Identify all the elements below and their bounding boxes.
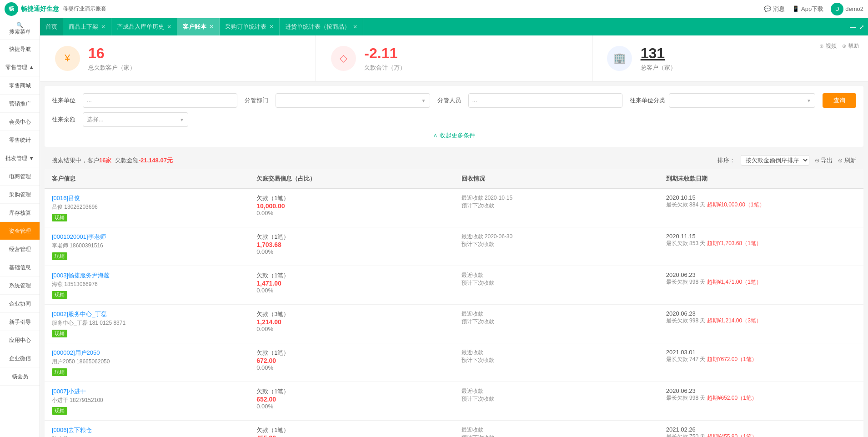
tab-customer-account[interactable]: 客户账本 ✕ (177, 18, 220, 35)
td-recover-0: 最近收款 2020-10-15 预计下次收款 (454, 189, 659, 227)
video-btn[interactable]: ⊙ 视频 (819, 42, 836, 50)
tab-minimize-btn[interactable]: — (850, 24, 856, 30)
filter-dept: 分管部门 (245, 93, 430, 108)
tab-purchase-stats[interactable]: 采购订单统计表 ✕ (220, 18, 280, 35)
filter-unit-class-select[interactable] (669, 93, 815, 108)
sidebar-item-basic-info[interactable]: 基础信息 (0, 258, 40, 276)
query-button[interactable]: 查询 (823, 93, 856, 108)
sidebar-item-retail-mall[interactable]: 零售商城 (0, 76, 40, 95)
tab-home[interactable]: 首页 (40, 18, 63, 35)
demo-name: 母婴行业演示账套 (63, 5, 106, 13)
app-download-btn[interactable]: 📱 App下载 (792, 5, 823, 13)
sidebar-item-app-center[interactable]: 应用中心 (0, 331, 40, 349)
message-btn[interactable]: 💬 消息 (764, 5, 785, 13)
tab-actions: — ⤢ (846, 24, 868, 30)
customer-name-3[interactable]: [0002]服务中心_丁磊 (52, 310, 242, 318)
tab-close-product-listing[interactable]: ✕ (101, 24, 105, 30)
sidebar-item-member[interactable]: 会员中心 (0, 113, 40, 131)
total-customers-number: 131 (641, 45, 676, 62)
filter-balance-label: 往来余额 (52, 116, 79, 124)
filter-balance-select[interactable]: 选择... (83, 112, 188, 127)
td-owe-2: 欠款（1笔） 1,471.00 0.00% (249, 266, 454, 304)
summary-card-3: 🏢 131 总客户（家） ⊙ 视频 ⊙ 帮助 (592, 35, 868, 81)
result-bar: 搜索结果中，客户16家 欠款金额-21,148.07元 排序： 按欠款金额倒序排… (45, 151, 863, 169)
customer-sub-5: 小进干 18279152100 (52, 397, 242, 404)
filter-person-input[interactable]: ··· (468, 93, 623, 108)
sort-select[interactable]: 按欠款金额倒序排序 (741, 155, 809, 166)
sidebar-item-newbie[interactable]: 新手引导 (0, 313, 40, 331)
sidebar-item-enterprise[interactable]: 企业协同 (0, 295, 40, 313)
sidebar-item-retail-stats[interactable]: 零售统计 (0, 131, 40, 149)
tab-maximize-btn[interactable]: ⤢ (859, 24, 864, 30)
sidebar-item-retail-mgmt[interactable]: 零售管理 ▲ (0, 58, 40, 76)
sidebar-item-marketing[interactable]: 营销推广 (0, 95, 40, 113)
overdue-link-0[interactable]: 超期¥10,000.00（1笔） (707, 201, 765, 208)
overdue-link-6[interactable]: 超期¥455.90（1笔） (707, 433, 757, 437)
filter-dept-select[interactable] (276, 93, 430, 108)
user-area[interactable]: D demo2 (831, 3, 863, 15)
td-due-5: 2020.06.23 最长欠款 998 天 超期¥652.00（1笔） (659, 382, 863, 420)
td-due-0: 2020.10.15 最长欠款 884 天 超期¥10,000.00（1笔） (659, 189, 863, 227)
sidebar-search-label: 搜索菜单 (4, 28, 36, 36)
sidebar-item-finance[interactable]: 资金管理 (0, 222, 40, 240)
td-due-3: 2020.06.23 最长欠款 998 天 超期¥1,214.00（3笔） (659, 305, 863, 343)
export-btn[interactable]: ⊙ 导出 (815, 156, 833, 165)
right-panel: 首页 商品上下架 ✕ 产成品入库单历史 ✕ 客户账本 ✕ 采购订单统计表 ✕ (40, 18, 868, 437)
overdue-link-2[interactable]: 超期¥1,471.00（1笔） (707, 279, 762, 285)
th-owe-info: 欠账交易信息（占比） (249, 169, 454, 188)
overdue-link-3[interactable]: 超期¥1,214.00（3笔） (707, 317, 762, 324)
collapse-row[interactable]: ∧ 收起更多条件 (52, 131, 856, 140)
td-recover-2: 最近收款 预计下次收款 (454, 266, 659, 304)
td-owe-4: 欠款（1笔） 672.00 0.00% (249, 343, 454, 382)
overdue-link-4[interactable]: 超期¥672.00（1笔） (707, 356, 757, 362)
help-btn[interactable]: ⊙ 帮助 (842, 42, 859, 50)
customer-name-5[interactable]: [0007]小进干 (52, 387, 242, 396)
sidebar-item-wholesale[interactable]: 批发管理 ▼ (0, 149, 40, 167)
sidebar-item-wechat[interactable]: 企业微信 (0, 349, 40, 367)
tab-close-purchase-goods[interactable]: ✕ (353, 24, 357, 30)
refresh-btn[interactable]: ⊙ 刷新 (838, 156, 856, 165)
tab-production-history[interactable]: 产成品入库单历史 ✕ (111, 18, 177, 35)
card-data-1: 16 总欠款客户（家） (88, 45, 135, 72)
sidebar-item-inventory[interactable]: 库存核算 (0, 204, 40, 222)
owe-amount-label: 欠款合计（万） (364, 64, 406, 72)
tab-close-customer-account[interactable]: ✕ (209, 24, 214, 30)
sidebar-item-quick-nav[interactable]: 快捷导航 (0, 40, 40, 58)
sidebar-item-system[interactable]: 系统管理 (0, 276, 40, 295)
table-row: [0016]吕俊 吕俊 13026203696 现销 欠款（1笔） 10,000… (45, 189, 863, 227)
td-recover-3: 最近收款 预计下次收款 (454, 305, 659, 343)
sidebar-item-ecommerce[interactable]: 电商管理 (0, 167, 40, 186)
sort-label: 排序： (717, 156, 735, 165)
owe-customers-label: 总欠款客户（家） (88, 64, 135, 72)
overdue-link-5[interactable]: 超期¥652.00（1笔） (707, 395, 757, 401)
filter-area: 往来单位 ··· 分管部门 分管人员 (45, 86, 863, 147)
table-row: [0007]小进干 小进干 18279152100 现销 欠款（1笔） 652.… (45, 382, 863, 421)
th-due-date: 到期未收款日期 (659, 169, 863, 188)
customer-name-6[interactable]: [0006]去下粮仓 (52, 426, 242, 434)
sidebar-item-purchase[interactable]: 采购管理 (0, 186, 40, 204)
customer-sub-0: 吕俊 13026203696 (52, 203, 242, 211)
customer-name-0[interactable]: [0016]吕俊 (52, 194, 242, 202)
customer-name-2[interactable]: [0003]畅捷服务尹海蕊 (52, 271, 242, 280)
table-row: [000002]用户2050 用户2050 18665062050 现销 欠款（… (45, 343, 863, 382)
tab-product-listing[interactable]: 商品上下架 ✕ (63, 18, 111, 35)
customer-tag-2: 现销 (52, 291, 67, 299)
tab-close-production-history[interactable]: ✕ (167, 24, 171, 30)
filter-source-unit-input[interactable]: ··· (83, 93, 237, 108)
td-customer-4: [000002]用户2050 用户2050 18665062050 现销 (45, 343, 249, 382)
sidebar-item-member2[interactable]: 畅会员 (0, 367, 40, 386)
table-row: [0001020001]李老师 李老师 18600391516 现销 欠款（1笔… (45, 227, 863, 266)
td-customer-3: [0002]服务中心_丁磊 服务中心_丁磊 181 0125 8371 现销 (45, 305, 249, 343)
customer-name-1[interactable]: [0001020001]李老师 (52, 233, 242, 241)
tab-close-purchase-stats[interactable]: ✕ (269, 24, 274, 30)
overdue-link-1[interactable]: 超期¥1,703.68（1笔） (707, 240, 762, 246)
customer-name-4[interactable]: [000002]用户2050 (52, 349, 242, 357)
td-recover-5: 最近收款 预计下次收款 (454, 382, 659, 420)
tab-purchase-goods-stats[interactable]: 进货单统计表（按商品） ✕ (280, 18, 363, 35)
sidebar-search[interactable]: 🔍 搜索菜单 (0, 18, 40, 40)
th-recover: 回收情况 (454, 169, 659, 188)
sidebar-item-operations[interactable]: 经营管理 (0, 240, 40, 258)
customer-sub-6: 陈小希 (52, 435, 242, 437)
main-layout: 🔍 搜索菜单 快捷导航 零售管理 ▲ 零售商城 营销推广 会员中心 零售统计 (0, 18, 868, 437)
filter-source-unit: 往来单位 ··· (52, 93, 237, 108)
